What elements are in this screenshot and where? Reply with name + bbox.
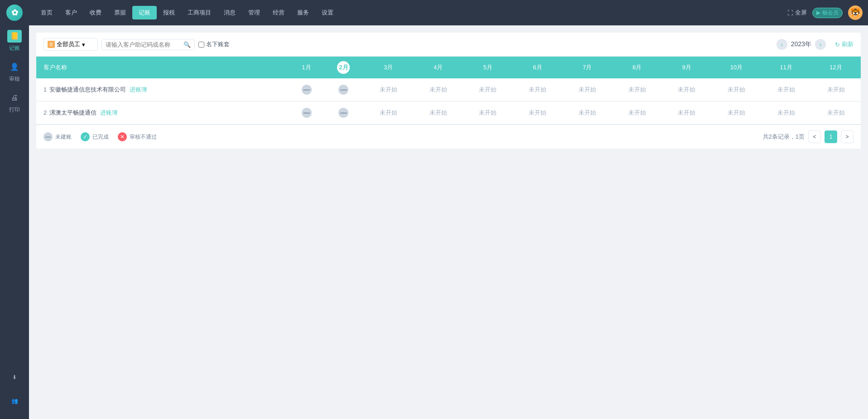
status-not-started: 未开始 xyxy=(827,109,845,116)
next-year-btn[interactable]: › xyxy=(815,39,826,50)
year-nav: ‹ 2023年 › xyxy=(776,39,826,50)
print-icon: 🖨 xyxy=(7,92,22,104)
sidebar-item-print[interactable]: 🖨 打印 xyxy=(0,87,29,118)
nav-service[interactable]: 服务 xyxy=(291,6,315,19)
search-icon: 🔍 xyxy=(183,41,191,48)
client-number: 1 xyxy=(43,86,47,93)
status-not-created: — xyxy=(338,85,348,95)
status-not-started: 未开始 xyxy=(827,86,845,93)
th-jun: 6月 xyxy=(513,57,563,78)
current-month-circle: 2月 xyxy=(337,61,350,74)
th-jan: 1月 xyxy=(289,57,324,78)
cell-aug: 未开始 xyxy=(612,101,662,125)
status-not-started: 未开始 xyxy=(579,86,596,93)
nav-clients[interactable]: 客户 xyxy=(59,6,83,19)
sidebar-item-print-label: 打印 xyxy=(9,106,20,114)
fullscreen-btn[interactable]: ⛶ 全屏 xyxy=(787,9,807,17)
nav-invoices[interactable]: 票据 xyxy=(108,6,132,19)
app-logo: ✿ xyxy=(0,0,29,25)
nav-operations[interactable]: 经营 xyxy=(266,6,291,19)
toolbar: 全 全部员工 ▾ 🔍 名下账套 ‹ 2023年 › xyxy=(36,33,861,57)
cell-may: 未开始 xyxy=(463,78,513,101)
sidebar-item-audit[interactable]: 👤 审核 xyxy=(0,56,29,87)
user-avatar[interactable]: 🐯 xyxy=(848,5,863,20)
legend-not-created: — 未建账 xyxy=(43,132,72,141)
nav-right: ⛶ 全屏 ▶ 畅会员 🐯 xyxy=(787,5,863,20)
client-link[interactable]: 进账簿 xyxy=(130,86,147,93)
status-not-created: — xyxy=(302,108,312,118)
cell-may: 未开始 xyxy=(463,101,513,125)
status-not-started: 未开始 xyxy=(529,109,546,116)
pagination-next[interactable]: > xyxy=(841,130,854,143)
cell-jan: — xyxy=(289,78,324,101)
nav-management[interactable]: 管理 xyxy=(242,6,266,19)
client-name: 安徽畅捷通信息技术有限公司 xyxy=(49,86,126,93)
nav-settings[interactable]: 设置 xyxy=(315,6,340,19)
cell-sep: 未开始 xyxy=(662,101,712,125)
checkbox-label[interactable]: 名下账套 xyxy=(198,40,230,48)
logo-icon: ✿ xyxy=(6,5,23,21)
table-container: 客户名称 1月 2月 3月 4月 5月 6月 7月 8月 9月 xyxy=(36,57,861,125)
bookkeeping-table: 客户名称 1月 2月 3月 4月 5月 6月 7月 8月 9月 xyxy=(36,57,861,125)
cell-jun: 未开始 xyxy=(513,101,563,125)
cell-jan: — xyxy=(289,101,324,125)
legend-rejected-label: 审核不通过 xyxy=(130,133,157,141)
table-footer: — 未建账 ✓ 已完成 ✕ 审核不通过 共2条记录，1页 < 1 > xyxy=(36,125,861,149)
status-not-started: 未开始 xyxy=(380,109,397,116)
sidebar-item-audit-label: 审核 xyxy=(9,75,20,83)
cell-oct: 未开始 xyxy=(712,78,762,101)
vip-icon: ▶ xyxy=(816,10,820,16)
employee-select-value: 全部员工 xyxy=(57,40,80,48)
legend-red-icon: ✕ xyxy=(118,132,127,141)
vip-label: 畅会员 xyxy=(822,9,839,17)
nav-business[interactable]: 工商项目 xyxy=(181,6,217,19)
pagination-prev[interactable]: < xyxy=(808,130,821,143)
th-client-name: 客户名称 xyxy=(36,57,289,78)
client-number: 2 xyxy=(43,109,47,116)
th-aug: 8月 xyxy=(612,57,662,78)
fullscreen-icon: ⛶ xyxy=(787,10,793,16)
status-not-started: 未开始 xyxy=(429,109,447,116)
nav-bookkeeping[interactable]: 记账 xyxy=(132,6,157,19)
cell-sep: 未开始 xyxy=(662,78,712,101)
nav-billing[interactable]: 收费 xyxy=(83,6,108,19)
refresh-btn[interactable]: ↻ 刷新 xyxy=(835,40,854,48)
cell-mar: 未开始 xyxy=(363,101,413,125)
sidebar-item-download[interactable]: ⬇ xyxy=(0,366,29,388)
legend-gray-icon: — xyxy=(43,132,53,141)
cell-aug: 未开始 xyxy=(612,78,662,101)
content-card: 全 全部员工 ▾ 🔍 名下账套 ‹ 2023年 › xyxy=(36,33,861,149)
client-link[interactable]: 进账簿 xyxy=(100,109,118,116)
cell-dec: 未开始 xyxy=(811,101,861,125)
table-row: 1安徽畅捷通信息技术有限公司进账簿——未开始未开始未开始未开始未开始未开始未开始… xyxy=(36,78,861,101)
status-not-created: — xyxy=(338,108,348,118)
sidebar-bottom: ⬇ 👥 xyxy=(0,366,29,419)
th-feb: 2月 xyxy=(324,57,364,78)
nav-tax[interactable]: 报税 xyxy=(157,6,181,19)
search-input[interactable] xyxy=(106,41,182,48)
status-not-started: 未开始 xyxy=(529,86,546,93)
total-records: 共2条记录，1页 xyxy=(763,133,805,141)
employee-select[interactable]: 全 全部员工 ▾ xyxy=(43,38,98,51)
sidebar-item-bookkeeping-label: 记账 xyxy=(9,44,20,52)
vip-btn[interactable]: ▶ 畅会员 xyxy=(812,8,843,18)
pagination-page-1[interactable]: 1 xyxy=(825,130,837,143)
sidebar-item-bookkeeping[interactable]: 📒 记账 xyxy=(0,25,29,56)
help-icon: 👥 xyxy=(11,398,18,404)
status-not-started: 未开始 xyxy=(777,109,795,116)
year-display: 2023年 xyxy=(791,40,811,48)
sidebar-item-help[interactable]: 👥 xyxy=(0,390,29,412)
th-jul: 7月 xyxy=(562,57,612,78)
nav-messages[interactable]: 消息 xyxy=(217,6,242,19)
th-sep: 9月 xyxy=(662,57,712,78)
status-not-started: 未开始 xyxy=(777,86,795,93)
nav-home[interactable]: 首页 xyxy=(34,6,59,19)
th-oct: 10月 xyxy=(712,57,762,78)
main-area: 首页 客户 收费 票据 记账 报税 工商项目 消息 管理 经营 服务 设置 ⛶ … xyxy=(29,0,868,419)
audit-icon: 👤 xyxy=(7,61,22,73)
sidebar: ✿ 📒 记账 👤 审核 🖨 打印 ⬇ 👥 xyxy=(0,0,29,419)
legend-completed-label: 已完成 xyxy=(92,133,109,141)
under-account-checkbox[interactable] xyxy=(198,42,204,48)
cell-apr: 未开始 xyxy=(413,101,463,125)
prev-year-btn[interactable]: ‹ xyxy=(776,39,787,50)
